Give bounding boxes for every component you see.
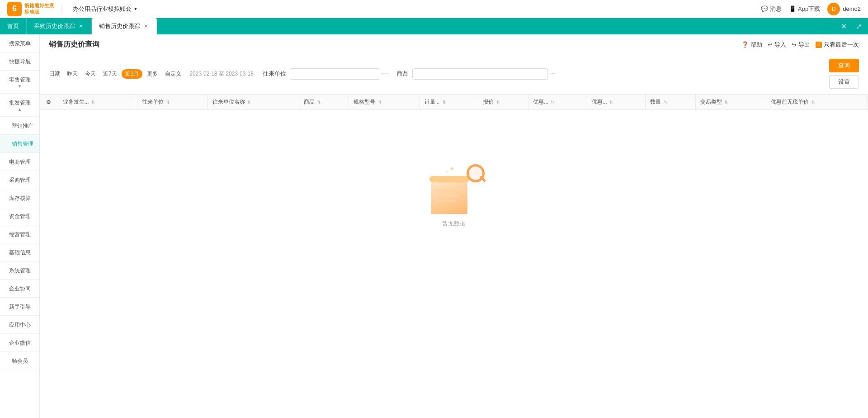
page-header: 销售历史价查询 ❓ 帮助 ↩ 导入 ↪ 导出 ✓ <box>40 34 868 55</box>
scroll-cap <box>429 176 469 182</box>
message-button[interactable]: 💬 消息 <box>761 5 782 13</box>
product-label: 商品 <box>397 70 409 78</box>
empty-illustration: ✦ ✦ <box>422 164 486 214</box>
settings-button[interactable]: 设置 <box>829 75 859 89</box>
message-icon: 💬 <box>761 5 768 12</box>
col-biz-date[interactable]: 业务发生... ⇅ <box>58 95 137 110</box>
counterpart-input[interactable] <box>290 68 380 80</box>
tab-bar: 首页 采购历史价跟踪 ✕ 销售历史价跟踪 ✕ ✕ ⤢ <box>0 18 868 34</box>
sidebar: 搜索菜单 快捷导航 零售管理 ▼ 批发管理 ▲ 营销推广 销售管理 电商管理 采… <box>0 34 40 418</box>
export-button[interactable]: ↪ 导出 <box>792 41 810 49</box>
app-selector[interactable]: 办公用品行业模拟账套 ▼ <box>69 3 142 15</box>
col-unit[interactable]: 计量... ⇅ <box>420 95 478 110</box>
table-head: ⚙ 业务发生... ⇅ 往来单位 ⇅ 往来单位名称 ⇅ <box>40 95 868 110</box>
help-button[interactable]: ❓ 帮助 <box>741 41 762 49</box>
col-discount2[interactable]: 优惠... ⇅ <box>587 95 646 110</box>
tab-purchase-history[interactable]: 采购历史价跟踪 ✕ <box>27 18 92 34</box>
sidebar-item-finance-mgmt[interactable]: 资金管理 <box>0 207 39 225</box>
sidebar-item-system-mgmt[interactable]: 系统管理 <box>0 261 39 280</box>
scroll-line1 <box>436 189 463 191</box>
empty-text: 暂无数据 <box>442 219 466 228</box>
import-icon: ↩ <box>768 41 773 48</box>
sidebar-item-quick-nav[interactable]: 快捷导航 <box>0 52 39 71</box>
col-counterpart-name[interactable]: 往来单位名称 ⇅ <box>208 95 299 110</box>
sidebar-item-basic-info[interactable]: 基础信息 <box>0 243 39 261</box>
tab-sales-history-close[interactable]: ✕ <box>143 22 149 30</box>
col-discount1[interactable]: 优惠... ⇅ <box>528 95 587 110</box>
sidebar-item-wholesale-mgmt[interactable]: 批发管理 ▲ <box>0 94 39 117</box>
table-header-row: ⚙ 业务发生... ⇅ 往来单位 ⇅ 往来单位名称 ⇅ <box>40 95 868 110</box>
tab-bar-actions: ✕ ⤢ <box>838 21 868 32</box>
col-spec[interactable]: 规格型号 ⇅ <box>349 95 420 110</box>
download-icon: 📱 <box>789 5 796 12</box>
sort-icon: ⇅ <box>811 100 815 104</box>
import-button[interactable]: ↩ 导入 <box>768 41 786 49</box>
counterpart-input-group: ··· <box>290 68 388 80</box>
date-btn-yesterday[interactable]: 昨天 <box>64 69 80 79</box>
tab-purchase-history-close[interactable]: ✕ <box>78 22 84 30</box>
sidebar-item-inventory-check[interactable]: 库存核算 <box>0 189 39 207</box>
date-btn-last1m[interactable]: 近1月 <box>122 69 143 79</box>
sort-icon: ⇅ <box>664 100 667 104</box>
counterpart-picker-button[interactable]: ··· <box>382 70 388 78</box>
date-btn-more[interactable]: 更多 <box>144 69 160 79</box>
col-quantity[interactable]: 数量 ⇅ <box>646 95 696 110</box>
sidebar-item-sales-mgmt[interactable]: 销售管理 <box>0 135 39 153</box>
user-area[interactable]: D demo2 <box>827 3 861 15</box>
product-input[interactable] <box>412 68 548 80</box>
sidebar-item-business-mgmt[interactable]: 经营管理 <box>0 225 39 243</box>
col-trade-type[interactable]: 交易类型 ⇅ <box>696 95 766 110</box>
counterpart-filter-group: 往来单位 ··· <box>263 68 388 80</box>
sort-icon: ⇅ <box>551 100 554 104</box>
tab-home[interactable]: 首页 <box>0 18 27 34</box>
sidebar-item-retail-mgmt[interactable]: 零售管理 ▼ <box>0 71 39 94</box>
content-area: 销售历史价查询 ❓ 帮助 ↩ 导入 ↪ 导出 ✓ <box>40 34 868 418</box>
date-btn-today[interactable]: 今天 <box>82 69 99 79</box>
col-quote[interactable]: 报价 ⇅ <box>478 95 528 110</box>
sort-icon: ⇅ <box>724 100 728 104</box>
sidebar-item-app-center[interactable]: 应用中心 <box>0 316 39 334</box>
header-left: 6 畅捷通好生意 标准版 办公用品行业模拟账套 ▼ <box>7 2 142 16</box>
page-title: 销售历史价查询 <box>49 40 99 49</box>
col-pre-tax-price[interactable]: 优惠前无税单价 ⇅ <box>766 95 868 110</box>
sidebar-item-newbie-guide[interactable]: 新手引导 <box>0 298 39 316</box>
date-buttons: 昨天 今天 近7天 近1月 更多 自定义 <box>64 69 184 79</box>
tab-fullscreen-button[interactable]: ⤢ <box>853 21 864 32</box>
date-btn-last7[interactable]: 近7天 <box>100 69 120 79</box>
table-body: ✦ ✦ 暂无数据 <box>40 110 868 264</box>
query-action-group: 查询 设置 <box>829 59 859 89</box>
table-container: ⚙ 业务发生... ⇅ 往来单位 ⇅ 往来单位名称 ⇅ <box>40 95 868 418</box>
query-button[interactable]: 查询 <box>829 59 859 72</box>
product-picker-button[interactable]: ··· <box>550 70 556 78</box>
sidebar-item-ecommerce-mgmt[interactable]: 电商管理 <box>0 153 39 171</box>
sparkle-icon: ✦ <box>449 165 455 172</box>
sort-icon: ⇅ <box>247 100 251 104</box>
scroll-line2 <box>436 195 458 197</box>
sidebar-item-enterprise-wechat[interactable]: 企业微信 <box>0 334 39 352</box>
counterpart-label: 往来单位 <box>263 70 286 78</box>
app-download-button[interactable]: 📱 App下载 <box>789 5 820 13</box>
sidebar-item-purchase-mgmt[interactable]: 采购管理 <box>0 171 39 189</box>
scroll-line3 <box>436 200 456 202</box>
date-btn-custom[interactable]: 自定义 <box>162 69 184 79</box>
tab-sales-history[interactable]: 销售历史价跟踪 ✕ <box>92 18 157 34</box>
sidebar-item-member-card[interactable]: 畅会员 <box>0 352 39 370</box>
sidebar-item-search-menu[interactable]: 搜索菜单 <box>0 34 39 52</box>
export-icon: ↪ <box>792 41 797 48</box>
only-last-checkbox-label[interactable]: ✓ 只看最后一次 <box>816 41 859 49</box>
col-counterpart-code[interactable]: 往来单位 ⇅ <box>137 95 208 110</box>
logo-icon: 6 <box>7 2 22 16</box>
col-settings[interactable]: ⚙ <box>40 95 58 110</box>
col-product[interactable]: 商品 ⇅ <box>299 95 349 110</box>
date-range-display: 2023-02-18 至 2023-03-18 <box>189 70 253 78</box>
checkbox-checked-icon: ✓ <box>816 42 822 48</box>
date-label: 日期 <box>49 70 61 78</box>
sort-icon: ⇅ <box>378 100 382 104</box>
empty-state: ✦ ✦ 暂无数据 <box>40 110 868 264</box>
chevron-up-icon: ▲ <box>2 107 38 112</box>
tab-close-all-button[interactable]: ✕ <box>838 21 849 32</box>
data-table: ⚙ 业务发生... ⇅ 往来单位 ⇅ 往来单位名称 ⇅ <box>40 95 868 264</box>
sidebar-item-marketing[interactable]: 营销推广 <box>0 117 39 135</box>
sidebar-item-enterprise-collab[interactable]: 企业协同 <box>0 280 39 298</box>
header-divider <box>61 5 62 14</box>
